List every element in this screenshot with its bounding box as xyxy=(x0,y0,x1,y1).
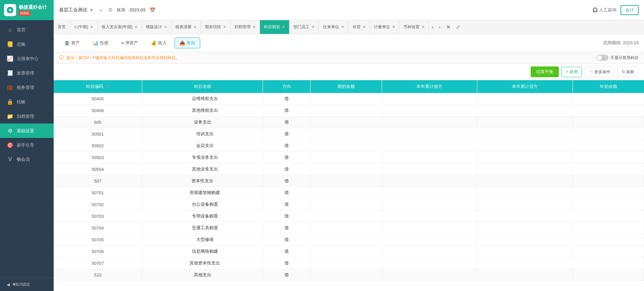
cell-name: 专用设备购置 xyxy=(142,210,263,222)
table-row[interactable]: 50501 培训支出 借 xyxy=(54,128,644,140)
tab-close-icon[interactable]: ✕ xyxy=(392,25,395,29)
cell-credit-ytd xyxy=(477,116,573,128)
col-direction: 方向 xyxy=(263,80,310,93)
table-row[interactable]: 507 资本性支出 借 xyxy=(54,175,644,187)
top-header: 基层工会测试 ▼ ＋ ⚙ 账期 2023-03 📅 🎧 人工咨询 会计 xyxy=(54,0,644,20)
tab-close-icon[interactable]: ✕ xyxy=(341,25,344,29)
cell-debit-ytd xyxy=(382,210,477,222)
table-row[interactable]: 50503 专项业务支出 借 xyxy=(54,152,644,163)
account-button[interactable]: 会计 xyxy=(621,5,639,15)
sidebar-item-reports[interactable]: 📈 云报表中心 xyxy=(0,51,54,66)
tab-prev-button[interactable]: ‹ xyxy=(429,20,436,34)
toolbar: 试算平衡 + 新增 ⋯ 更多操作 ↻ 刷新 xyxy=(54,64,644,80)
cell-balance xyxy=(310,105,382,116)
table-row[interactable]: 50406 其他维权支出 借 xyxy=(54,105,644,116)
sidebar-collapse[interactable]: ◀ ◀取消固定 xyxy=(0,278,54,291)
sub-tab-liability[interactable]: 📊 负债 xyxy=(88,38,113,48)
tab-close-icon[interactable]: ✕ xyxy=(135,25,138,29)
sub-tab-expense[interactable]: 📤 支出 xyxy=(174,38,200,48)
period-value: 2023-03 xyxy=(129,7,146,12)
tab-close-icon[interactable]: ✕ xyxy=(223,25,226,29)
period-calendar-icon[interactable]: 📅 xyxy=(150,7,155,13)
sidebar-item-tax[interactable]: 💼 税务管理 xyxy=(0,80,54,95)
table-row[interactable]: 50702 办公设备购置 借 xyxy=(54,199,644,210)
tab-tax[interactable]: 税表清册 ✕ xyxy=(171,20,201,34)
cell-name: 交通工具购置 xyxy=(142,222,263,234)
sidebar-item-archive[interactable]: 📁 归档管理 xyxy=(0,109,54,124)
add-workspace-button[interactable]: ＋ xyxy=(98,6,104,14)
tab-period-end[interactable]: 期末结转 ✕ xyxy=(201,20,230,34)
sub-tab-asset[interactable]: 🏦 资产 xyxy=(59,38,85,48)
table-body: 50405 运维维权支出 借 50406 其他维权支出 借 505 业务支出 借… xyxy=(54,93,644,281)
sub-tab-income[interactable]: 💰 收入 xyxy=(146,38,172,48)
tab-close-icon[interactable]: ✕ xyxy=(164,25,167,29)
cell-code: 50503 xyxy=(54,152,142,163)
table-row[interactable]: 505 业务支出 借 xyxy=(54,116,644,128)
table-row[interactable]: 50502 会议支出 借 xyxy=(54,140,644,152)
workspace-dropdown-icon[interactable]: ▼ xyxy=(89,7,94,13)
sidebar-item-invoice[interactable]: 🧾 发票管理 xyxy=(0,66,54,80)
header-gear-icon[interactable]: ⚙ xyxy=(108,7,113,13)
cell-credit-ytd xyxy=(477,199,573,210)
tab-close-icon[interactable]: ✕ xyxy=(422,25,425,29)
tab-close-icon[interactable]: ✕ xyxy=(312,25,315,29)
support-button[interactable]: 🎧 人工咨询 xyxy=(592,7,616,13)
cell-credit-ytd xyxy=(477,152,573,163)
tab-close-all-button[interactable]: ✕ xyxy=(443,20,453,34)
sidebar-item-home[interactable]: ⌂ 首页 xyxy=(0,23,54,37)
table-row[interactable]: 50504 其他业务支出 借 xyxy=(54,163,644,175)
cell-name: 培训支出 xyxy=(142,128,263,140)
sub-tab-net-asset[interactable]: ≡ 净资产 xyxy=(116,38,143,48)
reports-icon: 📈 xyxy=(7,55,13,62)
sub-tab-bar: 🏦 资产 📊 负债 ≡ 净资产 💰 收入 📤 支出 启用期间: 2023.03 xyxy=(54,34,644,52)
add-button[interactable]: + 新增 xyxy=(561,67,582,77)
col-settings-icon[interactable]: ⚙ xyxy=(106,84,110,89)
table-row[interactable]: 50405 运维维权支出 借 xyxy=(54,93,644,105)
tab-income-year[interactable]: 收入支出表(年报) ✕ xyxy=(98,20,142,34)
tab-close-icon[interactable]: ✕ xyxy=(90,25,93,29)
col-year-balance: 年初余额 xyxy=(573,80,644,93)
tab-home[interactable]: 首页 xyxy=(54,20,70,34)
sidebar-item-settings[interactable]: ⚙ 基础设置 xyxy=(0,124,54,138)
table-row[interactable]: 50707 其他资本性支出 借 xyxy=(54,257,644,269)
calculate-button[interactable]: 试算平衡 xyxy=(531,66,559,77)
tab-dept[interactable]: 部门员工 ✕ xyxy=(289,20,319,34)
tab-maximize-button[interactable]: ⤢ xyxy=(453,20,463,34)
table-row[interactable]: 50701 房屋建筑物购建 借 xyxy=(54,187,644,199)
tab-units[interactable]: 往来单位 ✕ xyxy=(319,20,348,34)
tab-close-icon[interactable]: ✕ xyxy=(363,25,366,29)
cell-debit-ytd xyxy=(382,105,477,116)
table-row[interactable]: 50705 大型修缮 借 xyxy=(54,234,644,246)
tab-next-button[interactable]: › xyxy=(436,20,443,34)
tab-template[interactable]: 模版设计 ✕ xyxy=(142,20,171,34)
cell-year-balance xyxy=(573,199,644,210)
table-row[interactable]: 50706 信息网络购建 借 xyxy=(54,246,644,257)
cell-name: 办公设备购置 xyxy=(142,199,263,210)
more-button[interactable]: ⋯ 更多操作 xyxy=(585,67,615,77)
logo-text: 畅捷通好会计 旗舰版 xyxy=(19,4,47,16)
sidebar-item-guide[interactable]: 🎯 新手引导 xyxy=(0,138,54,152)
tab-subject-init[interactable]: 科目期初 ✕ xyxy=(260,20,289,34)
table-row[interactable]: 50704 交通工具购置 借 xyxy=(54,222,644,234)
workspace-name: 基层工会测试 ▼ xyxy=(59,7,94,13)
table-row[interactable]: 50703 专用设备购置 借 xyxy=(54,210,644,222)
tab-close-icon[interactable]: ✕ xyxy=(282,25,285,29)
tab-close-icon[interactable]: ✕ xyxy=(253,25,256,29)
tab-inventory[interactable]: 存货 ✕ xyxy=(348,20,370,34)
tab-close-icon[interactable]: ✕ xyxy=(194,25,197,29)
cell-name: 其他维权支出 xyxy=(142,105,263,116)
sidebar-item-close[interactable]: 🔒 结账 xyxy=(0,95,54,109)
cell-year-balance xyxy=(573,93,644,105)
tab-measure[interactable]: 计量单位 ✕ xyxy=(370,20,399,34)
sidebar-item-member[interactable]: V 畅会员 xyxy=(0,152,54,166)
cell-debit-ytd xyxy=(382,234,477,246)
tab-archive[interactable]: 归档管理 ✕ xyxy=(230,20,260,34)
cell-credit-ytd xyxy=(477,163,573,175)
tab-balance-mid[interactable]: ∈(中期) ✕ xyxy=(70,20,98,34)
tab-currency[interactable]: 币种设置 ✕ xyxy=(399,20,429,34)
table-row[interactable]: 510 其他支出 借 xyxy=(54,269,644,281)
sidebar-item-ledger[interactable]: 📒 总账 xyxy=(0,37,54,51)
refresh-button[interactable]: ↻ 刷新 xyxy=(618,67,639,77)
toggle-switch[interactable] xyxy=(596,55,608,61)
cell-year-balance xyxy=(573,187,644,199)
